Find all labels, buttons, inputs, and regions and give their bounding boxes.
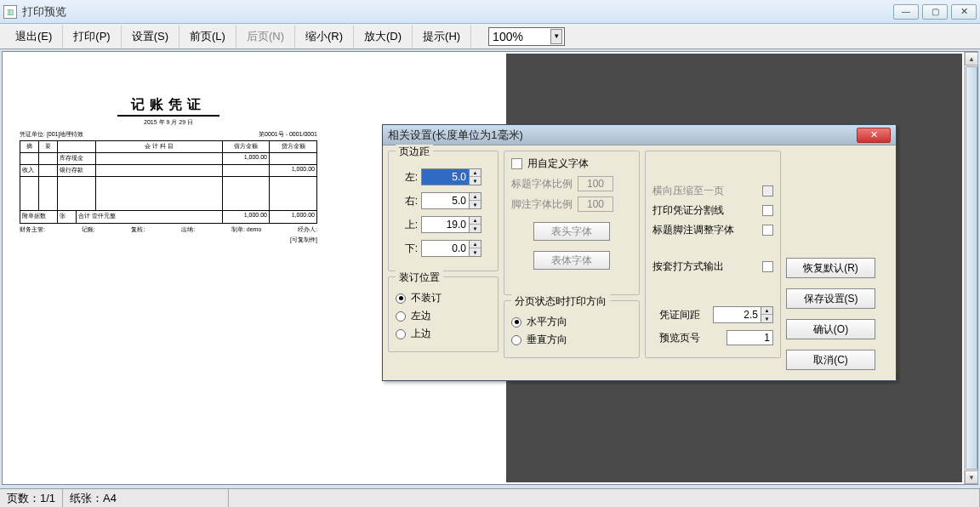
scroll-thumb[interactable] <box>966 66 977 470</box>
margins-group: 页边距 左:▲▼ 右:▲▼ 上:▲▼ 下:▲▼ <box>388 151 499 271</box>
dir-vertical-radio[interactable] <box>511 335 521 345</box>
ok-button[interactable]: 确认(O) <box>786 319 875 339</box>
status-pages: 页数：1/1 <box>0 489 63 507</box>
voucher-number: 第0001号 - 0001/0001 <box>259 130 317 139</box>
font-group: 用自定义字体 标题字体比例 脚注字体比例 表头字体 表体字体 <box>504 151 640 295</box>
print-button[interactable]: 打印(P) <box>63 26 121 48</box>
cancel-button[interactable]: 取消(C) <box>786 350 875 370</box>
bind-left-radio[interactable] <box>396 311 406 322</box>
preview-page-input[interactable] <box>726 330 773 345</box>
set-print-checkbox[interactable] <box>762 261 773 272</box>
status-paper: 纸张：A4 <box>63 489 229 507</box>
divider-checkbox[interactable] <box>762 205 773 216</box>
binding-group: 装订位置 不装订 左边 上边 <box>388 276 499 352</box>
settings-button[interactable]: 设置(S) <box>122 26 179 48</box>
vertical-scrollbar[interactable]: ▲ ▼ <box>964 52 977 484</box>
body-font-button[interactable]: 表体字体 <box>533 251 610 270</box>
scroll-down-icon[interactable]: ▼ <box>965 470 978 484</box>
app-icon: ▥ <box>3 5 17 19</box>
gap-input[interactable] <box>713 306 761 323</box>
restore-button[interactable]: 恢复默认(R) <box>786 258 875 278</box>
bind-top-radio[interactable] <box>396 329 406 339</box>
margin-left-input[interactable] <box>421 168 469 185</box>
spin-down-icon[interactable]: ▼ <box>470 177 481 185</box>
direction-group: 分页状态时打印方向 水平方向 垂直方向 <box>504 300 640 358</box>
voucher-date: 2015 年 9 月 29 日 <box>20 118 317 127</box>
dropdown-arrow-icon[interactable]: ▼ <box>550 29 562 44</box>
save-settings-button[interactable]: 保存设置(S) <box>786 288 875 309</box>
zoom-in-button[interactable]: 放大(D) <box>354 26 413 48</box>
minimize-button[interactable]: — <box>893 4 919 20</box>
exit-button[interactable]: 退出(E) <box>5 26 63 48</box>
spin-up-icon[interactable]: ▲ <box>470 169 481 177</box>
maximize-button[interactable]: ▢ <box>922 4 948 20</box>
margin-right-input[interactable] <box>421 192 469 209</box>
head-font-button[interactable]: 表头字体 <box>533 222 610 241</box>
hint-button[interactable]: 提示(H) <box>413 26 471 48</box>
bind-none-radio[interactable] <box>396 293 406 304</box>
scroll-up-icon[interactable]: ▲ <box>965 52 978 66</box>
margin-bottom-input[interactable] <box>421 240 469 257</box>
dialog-close-button[interactable]: ✕ <box>857 128 891 143</box>
close-button[interactable]: ✕ <box>951 4 977 20</box>
status-spacer <box>229 489 980 507</box>
voucher-org: 凭证单位: [001]地理特效 <box>20 130 83 139</box>
margins-title: 页边距 <box>396 145 433 159</box>
foot-ratio-input <box>578 197 613 212</box>
zoom-value: 100% <box>493 30 523 43</box>
dir-horizontal-radio[interactable] <box>511 317 521 328</box>
next-page-button[interactable]: 后页(N) <box>236 26 295 48</box>
window-title: 打印预览 <box>22 4 66 20</box>
title-ratio-input <box>578 176 613 191</box>
zoom-select[interactable]: 100% ▼ <box>488 27 565 46</box>
custom-font-checkbox[interactable] <box>511 158 522 169</box>
margin-top-input[interactable] <box>421 216 469 233</box>
voucher-title: 记账凭证 <box>117 96 219 117</box>
compress-checkbox[interactable] <box>762 185 773 197</box>
adjust-font-checkbox[interactable] <box>762 225 773 236</box>
prev-page-button[interactable]: 前页(L) <box>179 26 236 48</box>
zoom-out-button[interactable]: 缩小(R) <box>295 26 354 48</box>
settings-dialog: 相关设置(长度单位为1毫米) ✕ 页边距 左:▲▼ 右:▲▼ 上:▲▼ 下:▲▼… <box>382 124 897 381</box>
dialog-title: 相关设置(长度单位为1毫米) <box>388 128 523 143</box>
options-group: 横向压缩至一页 打印凭证分割线 标题脚注调整字体 按套打方式输出 凭证间距▲▼ … <box>645 151 781 358</box>
